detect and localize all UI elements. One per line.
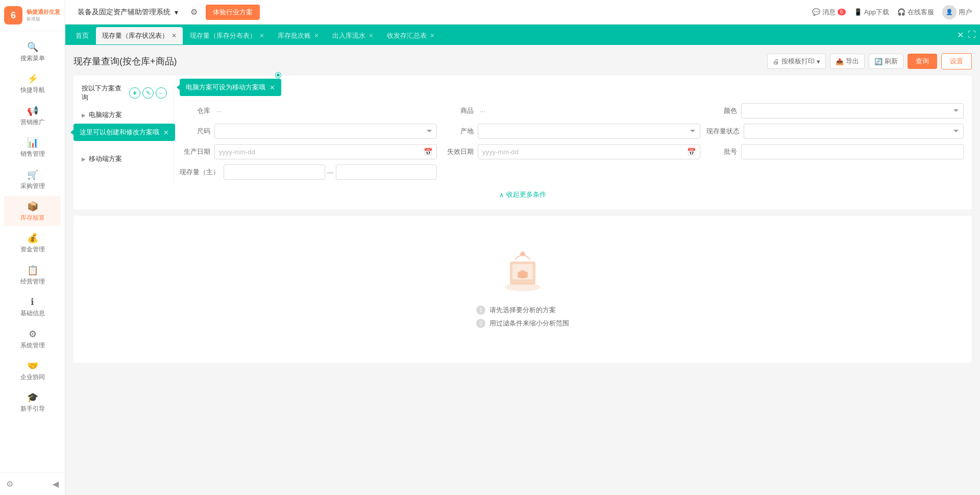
- expire-date-input[interactable]: yyyy-mm-dd 📅: [478, 144, 700, 159]
- sidebar-item-quicknav[interactable]: ⚡ 快捷导航: [4, 68, 61, 99]
- batch-label: 批号: [706, 147, 737, 156]
- tooltip-close-btn[interactable]: ✕: [270, 84, 275, 91]
- search-button[interactable]: 查询: [908, 54, 937, 69]
- add-scheme-button[interactable]: +: [129, 87, 140, 99]
- dot-indicator: [276, 73, 281, 78]
- sidebar-item-marketing[interactable]: 📢 营销推广: [4, 100, 61, 131]
- dropdown-icon: ▾: [175, 8, 178, 16]
- empty-step-2: 2 用过滤条件来缩小分析范围: [476, 319, 569, 328]
- origin-select[interactable]: [478, 124, 700, 139]
- sidebar-item-management[interactable]: 📋 经营管理: [4, 260, 61, 290]
- tab-home[interactable]: 首页: [69, 27, 95, 44]
- management-icon: 📋: [27, 265, 38, 276]
- stock-min-input[interactable]: [224, 164, 325, 180]
- reset-button[interactable]: 设置: [941, 53, 972, 69]
- size-label: 尺码: [180, 127, 210, 136]
- tab-close-icon[interactable]: ✕: [369, 32, 374, 39]
- tab-close-icon[interactable]: ✕: [430, 32, 435, 39]
- sidebar-item-system[interactable]: ⚙ 系统管理: [4, 323, 61, 354]
- filter-row-4: 现存量（主） —: [180, 164, 964, 180]
- filter-goods: 商品 ···: [443, 105, 700, 117]
- stock-status-label: 现存量状态: [706, 127, 740, 136]
- tab-close-icon[interactable]: ✕: [259, 32, 264, 39]
- mobile-scheme-item[interactable]: ▶ 移动端方案: [82, 152, 167, 166]
- inventory-icon: 📦: [27, 201, 38, 212]
- sidebar-item-label: 基础信息: [20, 310, 45, 317]
- desktop-scheme-item[interactable]: ▶ 电脑端方案: [82, 108, 167, 122]
- export-button[interactable]: 📤 导出: [830, 54, 865, 69]
- filter-section: 按以下方案查询 + ✎ ← ▶ 电脑端方案: [74, 76, 972, 209]
- tab-bar: 首页 现存量（库存状况表） ✕ 现存量（库存分布表） ✕ 库存批次账 ✕ 出入库…: [65, 25, 980, 45]
- filter-origin: 产地: [443, 124, 700, 139]
- filter-size: 尺码: [180, 124, 437, 139]
- tab-inventory-status[interactable]: 现存量（库存状况表） ✕: [96, 27, 183, 44]
- filter-stock-status: 现存量状态: [706, 124, 964, 139]
- desktop-scheme-label: 电脑端方案: [89, 110, 122, 120]
- warehouse-dots[interactable]: ···: [214, 105, 224, 117]
- filter-row-1: 仓库 ··· 商品 ··· 颜色: [180, 103, 964, 119]
- goods-dots[interactable]: ···: [478, 105, 487, 117]
- filter-header-actions: + ✎ ←: [129, 87, 167, 99]
- goods-label: 商品: [443, 106, 474, 115]
- tab-close-icon[interactable]: ✕: [172, 32, 177, 39]
- tab-inout[interactable]: 出入库流水 ✕: [326, 27, 380, 44]
- svg-point-5: [520, 251, 525, 256]
- tooltip-create-scheme: 这里可以创建和修改方案哦 ✕: [74, 124, 175, 141]
- page-title: 现存量查询(按仓库+商品): [74, 55, 177, 67]
- sidebar-item-guide[interactable]: 🎓 新手引导: [4, 387, 61, 417]
- collapse-button[interactable]: ∧ 收起更多条件: [82, 186, 964, 201]
- tab-batch[interactable]: 库存批次账 ✕: [272, 27, 325, 44]
- refresh-button[interactable]: 🔄 刷新: [869, 54, 903, 69]
- tab-close-icon[interactable]: ✕: [314, 32, 319, 39]
- logo-text: 畅捷通好生意: [27, 8, 60, 15]
- sales-icon: 📊: [27, 137, 38, 148]
- settings-icon[interactable]: ⚙: [188, 5, 200, 19]
- back-scheme-button[interactable]: ←: [156, 87, 167, 99]
- collapse-sidebar-icon[interactable]: ◀: [53, 479, 59, 489]
- tab-close-all-icon[interactable]: ✕: [957, 30, 964, 40]
- origin-label: 产地: [443, 127, 474, 136]
- mobile-scheme-label: 移动端方案: [89, 154, 122, 163]
- batch-input[interactable]: [741, 144, 964, 159]
- sidebar-item-search[interactable]: 🔍 搜索菜单: [4, 36, 61, 67]
- stock-status-select[interactable]: [744, 124, 964, 139]
- experience-button[interactable]: 体验行业方案: [206, 5, 260, 20]
- sidebar-item-label: 销售管理: [20, 150, 45, 157]
- color-select[interactable]: [741, 103, 964, 119]
- message-item[interactable]: 💬 消息 6: [812, 8, 846, 17]
- stock-max-input[interactable]: [336, 164, 437, 180]
- sidebar-item-sales[interactable]: 📊 销售管理: [4, 132, 61, 162]
- sidebar-item-basic[interactable]: ℹ 基础信息: [4, 291, 61, 322]
- system-selector[interactable]: 装备及固定资产辅助管理系统 ▾: [74, 6, 182, 19]
- size-select[interactable]: [214, 124, 437, 139]
- empty-state: 1 请先选择要分析的方案 2 用过滤条件来缩小分析范围: [74, 216, 972, 363]
- app-download-item[interactable]: 📱 App下载: [854, 8, 889, 17]
- tooltip-close-icon[interactable]: ✕: [163, 129, 169, 136]
- tab-label: 现存量（库存状况表）: [102, 31, 168, 40]
- prod-date-input[interactable]: yyyy-mm-dd 📅: [214, 144, 437, 159]
- sidebar-item-label: 营销推广: [20, 119, 45, 126]
- sidebar-item-purchase[interactable]: 🛒 采购管理: [4, 164, 61, 195]
- tab-summary[interactable]: 收发存汇总表 ✕: [381, 27, 441, 44]
- step-num-1: 1: [476, 305, 485, 315]
- online-support-item[interactable]: 🎧 在线客服: [897, 8, 934, 17]
- empty-step-1: 1 请先选择要分析的方案: [476, 305, 569, 315]
- sidebar-item-inventory[interactable]: 📦 库存核算: [4, 196, 61, 226]
- tab-bar-actions: ✕ ⛶: [957, 30, 976, 40]
- sidebar-item-finance[interactable]: 💰 资金管理: [4, 227, 61, 258]
- user-item[interactable]: 👤 用户: [942, 5, 972, 19]
- tab-label: 收发存汇总表: [387, 31, 427, 40]
- tab-label: 库存批次账: [278, 31, 311, 40]
- tab-home-label: 首页: [76, 31, 89, 40]
- tab-fullscreen-icon[interactable]: ⛶: [968, 30, 976, 39]
- settings-bottom-icon[interactable]: ⚙: [6, 479, 13, 489]
- print-button[interactable]: 🖨 按模板打印 ▾: [767, 54, 826, 69]
- tab-inventory-dist[interactable]: 现存量（库存分布表） ✕: [184, 27, 271, 44]
- sidebar-item-label: 系统管理: [20, 342, 45, 349]
- sidebar-item-label: 企业协同: [20, 373, 45, 381]
- message-badge: 6: [838, 9, 846, 15]
- edit-scheme-button[interactable]: ✎: [142, 87, 154, 99]
- dropdown-icon: ▾: [817, 58, 820, 65]
- collapse-icon: ∧: [499, 191, 504, 199]
- sidebar-item-cooperation[interactable]: 🤝 企业协同: [4, 355, 61, 386]
